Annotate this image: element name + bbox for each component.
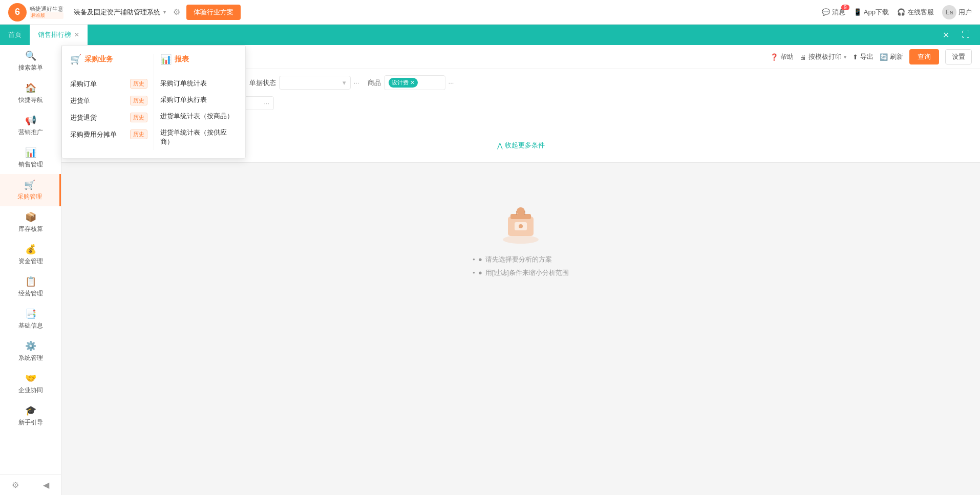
topbar-right: 💬 消息 9 📱 App下载 🎧 在线客服 Ea 用户 xyxy=(822,5,972,19)
settings-icon[interactable]: ⚙ xyxy=(173,7,180,17)
logo-text: 畅捷通好生意 标准版 xyxy=(30,5,63,19)
logo: 6 畅捷通好生意 标准版 xyxy=(8,3,70,21)
dropdown-item-goods-receipt[interactable]: 进货单 历史 xyxy=(70,92,147,109)
voucher-status-filter: 单据状态 ▾ ··· xyxy=(249,76,359,90)
collapse-btn[interactable]: ⋀ 收起更多条件 xyxy=(497,141,545,150)
title-arrow-icon[interactable]: ▾ xyxy=(163,9,166,15)
tab-home[interactable]: 首页 xyxy=(0,25,30,45)
guide-icon: 🎓 xyxy=(25,405,36,416)
home-icon: 🏠 xyxy=(25,82,36,94)
online-service-btn[interactable]: 🎧 在线客服 xyxy=(897,8,934,17)
sidebar-item-guide[interactable]: 🎓 新手引导 xyxy=(0,400,61,432)
hint1-bullet: ● xyxy=(478,253,482,266)
sidebar-bottom: ⚙ ◀ xyxy=(0,475,61,495)
nav-close-all: ✕ ⛶ xyxy=(932,30,980,40)
app-download-btn[interactable]: 📱 App下载 xyxy=(854,8,889,17)
report-col-title: 📊 报表 xyxy=(160,54,238,69)
dropdown-item-po-stats[interactable]: 采购订单统计表 xyxy=(160,75,238,92)
print-btn[interactable]: 🖨 按模板打印 ▾ xyxy=(800,52,846,61)
sidebar-item-quick-nav[interactable]: 🏠 快捷导航 xyxy=(0,77,61,110)
message-btn[interactable]: 💬 消息 9 xyxy=(822,8,845,17)
help-btn[interactable]: ❓ 帮助 xyxy=(770,52,794,61)
empty-illustration xyxy=(495,204,546,245)
help-icon: ❓ xyxy=(770,53,778,61)
goods-input[interactable]: 设计费 ✕ xyxy=(384,75,445,90)
system-icon: ⚙️ xyxy=(25,340,36,352)
phone-icon: 📱 xyxy=(854,8,862,16)
collapse-icon: ⋀ xyxy=(497,142,503,149)
purchase-icon: 🛒 xyxy=(24,179,35,190)
report-col-icon: 📊 xyxy=(160,54,172,65)
basic-info-icon: 📑 xyxy=(25,308,36,319)
export-icon: ⬆ xyxy=(853,53,858,61)
svg-point-3 xyxy=(517,207,525,216)
settings-btn[interactable]: 设置 xyxy=(945,49,972,64)
sidebar-item-search-menu[interactable]: 🔍 搜索菜单 xyxy=(0,45,61,77)
dropdown-report-col: 📊 报表 采购订单统计表 采购订单执行表 进货单统计表（按商品） 进货单统计表（… xyxy=(160,54,238,150)
expand-icon[interactable]: ⛶ xyxy=(957,30,974,39)
dropdown-item-goods-return[interactable]: 进货退货 历史 xyxy=(70,109,147,126)
enterprise-icon: 🤝 xyxy=(25,373,36,384)
sidebar-item-sales[interactable]: 📊 销售管理 xyxy=(0,142,61,174)
sidebar-item-capital[interactable]: 💰 资金管理 xyxy=(0,239,61,271)
dropdown-divider xyxy=(154,54,154,150)
empty-state: ●请先选择要分析的方案 ●用[过滤]条件来缩小分析范围 xyxy=(61,163,980,320)
empty-hints: ●请先选择要分析的方案 ●用[过滤]条件来缩小分析范围 xyxy=(473,253,569,279)
svg-point-0 xyxy=(503,235,539,244)
message-icon: 💬 xyxy=(822,8,830,16)
user-btn[interactable]: Ea 用户 xyxy=(942,5,972,19)
logo-icon: 6 xyxy=(8,3,27,21)
svg-point-7 xyxy=(519,224,523,228)
print-arrow-icon: ▾ xyxy=(844,54,846,60)
goods-filter: 商品 设计费 ✕ ··· xyxy=(368,75,454,90)
headset-icon: 🎧 xyxy=(897,8,905,16)
dropdown-item-purchase-expense[interactable]: 采购费用分摊单 历史 xyxy=(70,126,147,143)
sidebar-item-system[interactable]: ⚙️ 系统管理 xyxy=(0,335,61,368)
purchase-col-title: 🛒 采购业务 xyxy=(70,54,147,69)
sidebar-item-operations[interactable]: 📋 经营管理 xyxy=(0,271,61,303)
dropdown-item-purchase-order[interactable]: 采购订单 历史 xyxy=(70,75,147,92)
marketing-icon: 📢 xyxy=(25,115,36,126)
industry-btn[interactable]: 体验行业方案 xyxy=(186,5,241,20)
capital-icon: 💰 xyxy=(25,244,36,255)
goods-tag-close[interactable]: ✕ xyxy=(410,79,415,86)
print-icon: 🖨 xyxy=(800,53,806,61)
operations-icon: 📋 xyxy=(25,276,36,287)
tab-sales-ranking[interactable]: 销售排行榜 ✕ xyxy=(30,25,88,45)
sidebar-collapse-icon[interactable]: ◀ xyxy=(43,480,49,490)
sidebar-settings-icon[interactable]: ⚙ xyxy=(12,480,19,490)
purchase-col-icon: 🛒 xyxy=(70,54,81,65)
dropdown-item-goods-stats-by-product[interactable]: 进货单统计表（按商品） xyxy=(160,108,238,124)
system-title: 装备及固定资产辅助管理系统 ▾ xyxy=(74,8,169,17)
dropdown-purchase-col: 🛒 采购业务 采购订单 历史 进货单 历史 进货退货 历史 采购费用分摊单 历史 xyxy=(70,54,147,150)
hint2-bullet: ● xyxy=(478,266,482,279)
sidebar-item-marketing[interactable]: 📢 营销推广 xyxy=(0,110,61,142)
refresh-btn[interactable]: 🔄 刷新 xyxy=(880,52,903,61)
dropdown-menu: 🛒 采购业务 采购订单 历史 进货单 历史 进货退货 历史 采购费用分摊单 历史… xyxy=(61,45,246,159)
dropdown-item-goods-stats-by-supplier[interactable]: 进货单统计表（按供应商） xyxy=(160,124,238,150)
goods-tag: 设计费 ✕ xyxy=(389,78,418,88)
inventory-icon: 📦 xyxy=(25,211,36,223)
goods-more[interactable]: ··· xyxy=(449,79,454,87)
voucher-status-select[interactable]: ▾ xyxy=(279,76,351,90)
sales-icon: 📊 xyxy=(25,147,36,158)
sidebar-item-purchase[interactable]: 🛒 采购管理 xyxy=(0,174,61,206)
refresh-icon: 🔄 xyxy=(880,53,888,61)
avatar: Ea xyxy=(942,5,956,19)
sidebar: 🔍 搜索菜单 🏠 快捷导航 📢 营销推广 📊 销售管理 🛒 采购管理 📦 库存核… xyxy=(0,45,61,495)
topbar: 6 畅捷通好生意 标准版 装备及固定资产辅助管理系统 ▾ ⚙ 体验行业方案 💬 … xyxy=(0,0,980,25)
dropdown-item-po-exec[interactable]: 采购订单执行表 xyxy=(160,92,238,108)
sidebar-item-inventory[interactable]: 📦 库存核算 xyxy=(0,206,61,239)
export-btn[interactable]: ⬆ 导出 xyxy=(853,52,874,61)
close-all-icon[interactable]: ✕ xyxy=(939,30,953,40)
voucher-status-more[interactable]: ··· xyxy=(354,79,359,87)
sidebar-item-enterprise[interactable]: 🤝 企业协同 xyxy=(0,368,61,400)
nav-tabs: 首页 销售排行榜 ✕ ✕ ⛶ xyxy=(0,25,980,45)
search-icon: 🔍 xyxy=(25,50,36,61)
tab-close-icon[interactable]: ✕ xyxy=(74,31,79,38)
sidebar-item-basic-info[interactable]: 📑 基础信息 xyxy=(0,303,61,335)
query-btn[interactable]: 查询 xyxy=(909,49,939,64)
